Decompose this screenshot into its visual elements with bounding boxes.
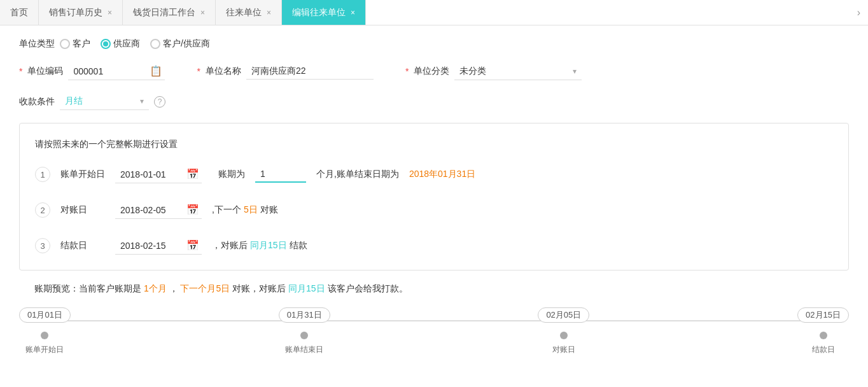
timeline-dot-3 <box>820 332 827 339</box>
unit-code-field: * 单位编码 📋 <box>19 62 165 80</box>
unit-code-input[interactable] <box>73 66 150 76</box>
tab-sales-history-close[interactable]: × <box>108 8 112 17</box>
settings-title: 请按照未来的一个完整帐期进行设置 <box>35 139 833 150</box>
tab-cash-workbench[interactable]: 钱货日清工作台 × <box>123 0 216 25</box>
setting-label-1: 账单开始日 <box>60 169 105 180</box>
preview-part1: 1个月 <box>144 283 167 293</box>
unit-code-required: * <box>19 66 22 76</box>
payment-condition-label: 收款条件 <box>19 96 55 108</box>
calendar-icon-1[interactable]: 📅 <box>186 168 199 180</box>
desc2-highlight: 5日 <box>244 204 258 216</box>
help-icon[interactable]: ? <box>154 96 165 108</box>
payment-condition-value: 月结 <box>65 95 136 107</box>
tab-sales-history[interactable]: 销售订单历史 × <box>39 0 123 25</box>
tab-bar: 首页 销售订单历史 × 钱货日清工作台 × 往来单位 × 编辑往来单位 × › <box>0 0 868 25</box>
timeline-tag-3: 02月15日 <box>797 307 849 323</box>
date-input-wrap-2: 📅 <box>115 201 202 219</box>
setting-number-3: 3 <box>35 238 50 253</box>
payment-condition-dropdown[interactable]: 月结 ▾ <box>60 93 149 110</box>
tab-sales-history-label: 销售订单历史 <box>49 7 102 18</box>
radio-supplier-label: 供应商 <box>113 38 140 50</box>
unit-category-dropdown[interactable]: 未分类 ▾ <box>454 63 582 80</box>
radio-supplier[interactable]: 供应商 <box>101 38 140 50</box>
setting-row-2: 2 对账日 📅 ,下一个 5日 对账 <box>35 201 833 219</box>
date-input-2[interactable] <box>120 205 184 215</box>
unit-type-label: 单位类型 <box>19 38 55 50</box>
desc3-highlight: 同月15日 <box>250 240 287 251</box>
unit-category-label: 单位分类 <box>414 66 449 77</box>
tab-more-button[interactable]: › <box>850 0 868 25</box>
timeline-node-0: 01月01日 账单开始日 <box>19 307 71 355</box>
period-value-input[interactable] <box>255 166 306 183</box>
payment-chevron-down-icon: ▾ <box>140 97 144 106</box>
unit-name-input[interactable] <box>246 64 374 80</box>
tab-edit-partner-close[interactable]: × <box>351 8 355 17</box>
preview-sep2: 对账，对账后 <box>232 283 286 293</box>
timeline-node-3: 02月15日 结款日 <box>797 307 849 355</box>
setting-desc-3: ，对账后 同月15日 结款 <box>212 240 307 251</box>
desc3-prefix: ，对账后 <box>212 240 248 251</box>
period-end-date: 2018年01月31日 <box>409 169 475 180</box>
payment-condition-field: 收款条件 月结 ▾ ? <box>19 93 165 110</box>
unit-code-label: 单位编码 <box>27 66 63 77</box>
timeline-node-1: 01月31日 账单结束日 <box>279 307 330 355</box>
timeline-sublabel-0: 账单开始日 <box>25 344 64 355</box>
tab-partners-close[interactable]: × <box>267 8 271 17</box>
unit-category-field: * 单位分类 未分类 ▾ <box>405 63 582 80</box>
setting-label-2: 对账日 <box>60 204 105 216</box>
preview-text: 账期预览：当前客户账期是 1个月 ， 下一个月5日 对账，对账后 同月15日 该… <box>19 283 849 295</box>
period-label: 账期为 <box>218 169 245 180</box>
unit-code-icon[interactable]: 📋 <box>150 65 162 77</box>
timeline-dot-1 <box>300 332 308 339</box>
unit-type-radio-group: 客户 供应商 客户/供应商 <box>60 38 210 50</box>
timeline-sublabel-1: 账单结束日 <box>285 344 323 355</box>
tab-cash-workbench-close[interactable]: × <box>200 8 205 17</box>
date-input-wrap-1: 📅 <box>115 165 202 183</box>
unit-type-field: 单位类型 客户 供应商 客户/供应商 <box>19 38 210 50</box>
payment-condition-row: 收款条件 月结 ▾ ? <box>19 93 849 110</box>
settings-box: 请按照未来的一个完整帐期进行设置 1 账单开始日 📅 账期为 个月,账单结束日期… <box>19 123 849 271</box>
radio-both-circle <box>150 39 160 49</box>
unit-type-row: 单位类型 客户 供应商 客户/供应商 <box>19 38 849 50</box>
setting-row-3: 3 结款日 📅 ，对账后 同月15日 结款 <box>35 237 833 255</box>
unit-category-required: * <box>405 66 409 76</box>
preview-part3: 同月15日 <box>288 283 325 293</box>
category-chevron-down-icon: ▾ <box>573 67 577 76</box>
timeline-dot-0 <box>41 332 48 339</box>
desc3-suffix: 结款 <box>290 240 307 251</box>
preview-suffix: 该客户会给我打款。 <box>328 283 408 293</box>
period-unit-text: 个月,账单结束日期为 <box>316 169 399 180</box>
unit-code-input-wrap: 📋 <box>68 62 165 80</box>
unit-name-field: * 单位名称 <box>197 64 373 80</box>
timeline-sublabel-2: 对账日 <box>552 344 575 355</box>
radio-customer[interactable]: 客户 <box>60 38 90 50</box>
radio-both[interactable]: 客户/供应商 <box>150 38 210 50</box>
timeline-sublabel-3: 结款日 <box>812 344 835 355</box>
tab-edit-partner[interactable]: 编辑往来单位 × <box>282 0 366 25</box>
tab-home-label: 首页 <box>10 7 28 18</box>
tab-partners-label: 往来单位 <box>226 7 262 18</box>
radio-customer-circle <box>60 39 70 49</box>
calendar-icon-3[interactable]: 📅 <box>186 239 199 251</box>
tab-partners[interactable]: 往来单位 × <box>216 0 282 25</box>
main-content: 单位类型 客户 供应商 客户/供应商 * 单位编码 <box>0 25 868 387</box>
desc2-prefix: ,下一个 <box>212 204 241 216</box>
tab-home[interactable]: 首页 <box>0 0 39 25</box>
date-input-1[interactable] <box>120 169 184 179</box>
preview-part2: 下一个月5日 <box>180 283 230 293</box>
date-input-wrap-3: 📅 <box>115 237 202 255</box>
setting-desc-2: ,下一个 5日 对账 <box>212 204 278 216</box>
setting-label-3: 结款日 <box>60 240 105 251</box>
timeline-node-2: 02月05日 对账日 <box>538 307 589 355</box>
timeline: 01月01日 账单开始日 01月31日 账单结束日 02月05日 对账日 02月… <box>19 307 849 358</box>
unit-category-value: 未分类 <box>459 66 569 77</box>
preview-prefix: 账期预览：当前客户账期是 <box>34 283 141 293</box>
unit-name-required: * <box>197 66 200 76</box>
radio-customer-label: 客户 <box>73 38 90 50</box>
date-input-3[interactable] <box>120 241 184 251</box>
timeline-tag-0: 01月01日 <box>19 307 71 323</box>
tab-edit-partner-label: 编辑往来单位 <box>292 7 346 18</box>
timeline-tag-1: 01月31日 <box>279 307 330 323</box>
calendar-icon-2[interactable]: 📅 <box>186 204 199 216</box>
timeline-dot-2 <box>560 332 568 339</box>
